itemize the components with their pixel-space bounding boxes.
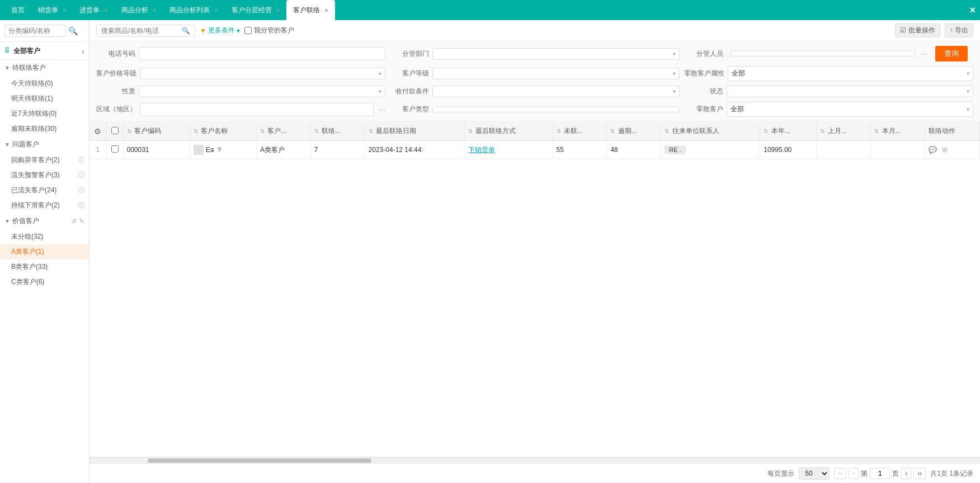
sidebar-item-7days[interactable]: 近7天待联络(0) [0, 106, 89, 121]
sidebar-item-overdue[interactable]: 逾期未联络(30) [0, 121, 89, 136]
last-month-sort-icon[interactable]: ⇅ [820, 128, 824, 134]
filter-retail-customer-select[interactable]: 全部 ▾ [727, 102, 973, 117]
nav-tab-3-close[interactable]: × [214, 7, 218, 13]
th-last-month-label: 上月... [828, 127, 847, 135]
page-suffix: 页 [892, 469, 899, 479]
filter-search-icon[interactable]: 🔍 [182, 27, 190, 35]
type-sort-icon[interactable]: ⇅ [260, 128, 265, 134]
row-chat-icon[interactable]: 💬 [929, 146, 937, 154]
filter-customer-type-select[interactable] [432, 107, 679, 112]
sidebar-item-ungrouped[interactable]: 未分组(32) [0, 229, 89, 244]
filter-nature-select[interactable]: ▾ [139, 86, 385, 97]
row-qr-icon[interactable]: ⊞ [942, 146, 948, 154]
filter-search-input[interactable] [101, 27, 180, 35]
nav-tab-2-close[interactable]: × [153, 7, 156, 13]
window-close-button[interactable]: × [969, 4, 976, 16]
next-page-button[interactable]: › [901, 468, 911, 479]
sidebar-item-class-c-label: C类客户(6) [11, 277, 44, 287]
th-overdue: ⇅ 逾期... [607, 122, 661, 141]
nav-tab-1[interactable]: 进货单 × [73, 0, 114, 20]
churn-warning-info-icon: ⓘ [78, 171, 84, 179]
filter-price-level-select[interactable]: ▾ [140, 68, 385, 79]
sidebar-value-group[interactable]: ▼ 价值客户 ↺ ✎ [0, 213, 89, 229]
last-method-sort-icon[interactable]: ⇅ [468, 128, 473, 134]
sidebar-problem-group[interactable]: ▼ 问题客户 [0, 136, 89, 153]
per-page-select[interactable]: 50 100 200 [799, 467, 830, 480]
filter-manager-dots[interactable]: ··· [921, 49, 927, 58]
sidebar-item-declining[interactable]: 持续下滑客户(2) ⓘ [0, 198, 89, 213]
no-contact-sort-icon[interactable]: ⇅ [557, 128, 561, 134]
nav-tab-4[interactable]: 客户分层经营 × [225, 0, 286, 20]
unit-contact-sort-icon[interactable]: ⇅ [665, 128, 669, 134]
contact-sort-icon[interactable]: ⇅ [314, 128, 319, 134]
value-edit-icon[interactable]: ✎ [79, 217, 84, 225]
nav-tab-4-close[interactable]: × [276, 7, 280, 13]
filter-nature-row: 性质 ▾ [96, 86, 385, 97]
nav-tab-3[interactable]: 商品分析列表 × [163, 0, 224, 20]
filter-manager-select[interactable] [730, 51, 916, 56]
filter-retail-attr-select[interactable]: 全部 ▾ [728, 66, 973, 81]
page-input[interactable] [870, 468, 890, 479]
horizontal-scrollbar[interactable] [89, 457, 980, 463]
query-button[interactable]: 查询 [935, 46, 968, 61]
row-last-month [817, 141, 871, 159]
filter-dept-select[interactable]: ▾ [432, 48, 679, 60]
select-all-checkbox[interactable] [111, 127, 119, 134]
first-page-button[interactable]: ‹‹ [834, 468, 846, 479]
export-icon: ↑ [950, 26, 953, 34]
filter-payment-chevron: ▾ [673, 88, 676, 94]
last-date-sort-icon[interactable]: ⇅ [369, 128, 373, 134]
sidebar: 🔍 ⠿ 全部客户 ‹ ▼ 待联络客户 今天待联络(0) 明天待联络(1) 近7天… [0, 20, 89, 483]
sidebar-item-class-a[interactable]: A类客户(1) [0, 244, 89, 259]
overdue-sort-icon[interactable]: ⇅ [610, 128, 615, 134]
filter-status-select[interactable]: ▾ [727, 86, 973, 97]
last-page-button[interactable]: ›› [913, 468, 926, 479]
sidebar-item-repurchase[interactable]: 回购异常客户(2) ⓘ [0, 153, 89, 168]
problem-items: 回购异常客户(2) ⓘ 流失预警客户(3) ⓘ 已流失客户(24) ⓘ 持续下滑… [0, 153, 89, 213]
row-checkbox[interactable] [111, 145, 119, 153]
filter-payment-select[interactable]: ▾ [432, 86, 679, 97]
filter-region-dots[interactable]: ··· [379, 105, 386, 114]
sidebar-item-tomorrow[interactable]: 明天待联络(1) [0, 91, 89, 106]
pending-items: 今天待联络(0) 明天待联络(1) 近7天待联络(0) 逾期未联络(30) [0, 76, 89, 136]
nav-tab-1-close[interactable]: × [104, 7, 107, 13]
name-sort-icon[interactable]: ⇅ [194, 128, 198, 134]
nav-tab-5-close[interactable]: × [324, 7, 328, 13]
sidebar-search-icon[interactable]: 🔍 [68, 26, 78, 35]
sidebar-collapse-icon[interactable]: ‹ [82, 47, 84, 56]
filter-region-input[interactable] [140, 103, 374, 116]
code-sort-icon[interactable]: ⇅ [127, 128, 131, 134]
filter-customer-level-select[interactable]: ▾ [432, 68, 679, 79]
problem-group-label: 问题客户 [12, 140, 39, 149]
sidebar-item-class-a-label: A类客户(1) [11, 247, 44, 257]
filter-nature-chevron: ▾ [379, 88, 381, 94]
batch-ops-button[interactable]: ☑ 批量操作 [895, 23, 940, 37]
nav-tab-2[interactable]: 商品分析 × [115, 0, 163, 20]
filter-phone-input[interactable] [139, 47, 385, 60]
sidebar-item-churn-warning[interactable]: 流失预警客户(3) ⓘ [0, 168, 89, 183]
my-customers-check[interactable] [244, 27, 252, 34]
filter-more-conditions[interactable]: ▼ 更多条件 ▾ [200, 26, 240, 35]
nav-tab-5[interactable]: 客户联络 × [286, 0, 334, 20]
nav-home[interactable]: 首页 [4, 0, 31, 20]
sidebar-item-churned[interactable]: 已流失客户(24) ⓘ [0, 183, 89, 198]
sidebar-pending-group[interactable]: ▼ 待联络客户 [0, 60, 89, 76]
table-settings-icon[interactable]: ⚙ [94, 127, 101, 136]
th-last-method-label: 最后联络方式 [475, 127, 516, 135]
th-unit-contact-label: 往来单位联系人 [672, 127, 719, 135]
value-refresh-icon[interactable]: ↺ [71, 217, 77, 225]
prev-page-button[interactable]: ‹ [849, 468, 859, 479]
sidebar-item-class-b[interactable]: B类客户(33) [0, 259, 89, 274]
sidebar-item-today[interactable]: 今天待联络(0) [0, 76, 89, 91]
nav-tab-0[interactable]: 销货单 × [31, 0, 73, 20]
sidebar-search-input[interactable] [4, 25, 66, 37]
nav-tab-0-close[interactable]: × [63, 7, 66, 13]
export-button[interactable]: ↑ 导出 [945, 23, 973, 37]
my-customers-label: 我分管的客户 [254, 26, 294, 35]
this-month-sort-icon[interactable]: ⇅ [874, 128, 879, 134]
my-customers-checkbox[interactable]: 我分管的客户 [244, 26, 294, 35]
row-last-method-link[interactable]: 下销货单 [468, 146, 495, 154]
sidebar-item-class-c[interactable]: C类客户(6) [0, 274, 89, 290]
scroll-thumb[interactable] [148, 458, 371, 463]
this-year-sort-icon[interactable]: ⇅ [764, 128, 768, 134]
